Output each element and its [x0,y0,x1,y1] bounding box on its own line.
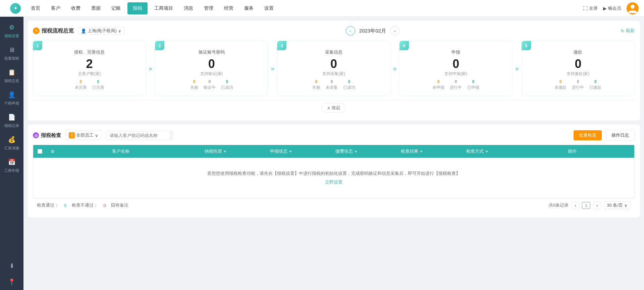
check-title-icon: ◎ [33,132,39,138]
location-selector[interactable]: 👤 上海(电子税局) ∨ [78,27,124,35]
nav-message[interactable]: 消息 [178,0,199,17]
arrow-1: » [149,65,152,72]
pass-value[interactable]: 0 [64,203,66,208]
fail-value[interactable]: 0 [103,203,106,208]
nav-tax[interactable]: 报税 [127,2,148,14]
refresh-button[interactable]: ↻ 刷新 [621,28,635,34]
stat-uncollected-3: 0 未采集 [326,79,338,90]
personal-tax-icon: 👤 [7,90,16,99]
overview-title: + 报税流程总览 [33,27,74,34]
check-header: ◎ 报税检查 员 全部员工 ∨ 🔍 批量检查 操作日志 [33,130,635,141]
stat-declared-4: 0 已申报 [467,79,479,90]
filter-icon-2[interactable]: ▼ [289,150,292,153]
stat-paid-5: 0 已缴款 [589,79,601,90]
table-empty-state: 若您想使用报税检查功能，请先在【报税设置】中进行报税的初始化设置，完成密码验证和… [33,158,634,198]
step-title-2: 验证账号密码 [161,49,262,55]
step-card-1: 1 授权、完善信息 2 总客户数(家) 2 未完善 0 已完善 [33,41,146,96]
steps-row: 1 授权、完善信息 2 总客户数(家) 2 未完善 0 已完善 [33,41,635,96]
download-icon: ⬇ [7,261,16,271]
nav-business[interactable]: 工商项目 [149,0,178,17]
filter-icon-1[interactable]: ▼ [223,150,227,153]
nav-service[interactable]: 服务 [239,0,259,17]
app-logo: ✦ [5,3,25,14]
refresh-icon: ↻ [621,28,625,33]
nav-client[interactable]: 客户 [46,0,66,17]
stat-complete: 0 已完善 [92,79,104,90]
th-settings[interactable]: ⚙ [47,145,59,158]
arrow-2: » [271,65,274,72]
setup-link[interactable]: 立即设置 [325,178,342,187]
sidebar-item-tax-records[interactable]: 📄 报税记录 [0,109,23,132]
stat-undeclared-4: 0 未申报 [432,79,444,90]
employee-selector[interactable]: 员 全部员工 ∨ [65,131,102,140]
fail-label: 检查不通过： [72,202,98,208]
next-page-button[interactable]: › [593,201,601,209]
settings-icon: ⚙ [51,149,55,154]
logo-icon: ✦ [10,3,21,14]
vip-button[interactable]: ▶ 畅会员 [603,5,621,11]
filter-icon-5[interactable]: ▼ [485,150,488,153]
sidebar-item-personal-tax[interactable]: 👤 个税申报 [0,87,23,109]
step-card-2: 2 验证账号密码 0 支持验证(家) 0 失败 0 验证中 [155,41,268,96]
nav-invoice[interactable]: 票据 [86,0,106,17]
fullscreen-button[interactable]: ⛶ 全屏 [583,5,598,11]
check-section: ◎ 报税检查 员 全部员工 ∨ 🔍 批量检查 操作日志 [28,125,640,217]
sidebar-item-settlement[interactable]: 💰 汇算清缴 [0,132,23,154]
main-content: + 报税流程总览 👤 上海(电子税局) ∨ ‹ 2023年02月 › ↻ 刷新 [23,17,644,290]
next-month-button[interactable]: › [390,26,399,35]
nav-bookkeeping[interactable]: 记账 [106,0,126,17]
per-page-selector[interactable]: 30 条/页 ∨ [604,201,631,209]
step-subtitle-5: 支持缴款(家) [527,71,629,77]
nav-operation[interactable]: 经营 [219,0,239,17]
batch-check-button[interactable]: 批量检查 [574,130,602,140]
collapse-button[interactable]: ∧ 收起 [321,103,346,113]
arrow-3: » [393,65,397,72]
step-number-2: 2 [155,41,164,50]
location-person-icon: 👤 [81,28,86,33]
check-title: ◎ 报税检查 [33,132,61,139]
nav-fee[interactable]: 收费 [66,0,86,17]
step-subtitle-1: 总客户数(家) [39,71,140,77]
tax-settings-icon: ⚙ [7,23,16,32]
step-title-3: 采集信息 [283,49,384,55]
stat-inprogress-5: 0 进行中 [572,79,584,90]
sidebar-item-tax-settings[interactable]: ⚙ 报税设置 [0,19,23,42]
prev-month-button[interactable]: ‹ [346,26,355,35]
sidebar-item-download[interactable]: ⬇ [0,258,23,274]
chevron-up-icon: ∧ [327,105,330,111]
check-table: ⚙ 客户名称 纳税性质 ▼ 申报状态 ▼ 缴费状态 ▼ [33,145,635,198]
filter-icon-4[interactable]: ▼ [420,150,423,153]
filter-icon-3[interactable]: ▼ [354,150,358,153]
search-button[interactable]: 🔍 [169,131,173,140]
sidebar-item-annual-report[interactable]: 📅 工商年报 [0,154,23,176]
operation-log-button[interactable]: 操作日志 [606,130,635,141]
sidebar-item-tax-overview[interactable]: 📋 报税总览 [0,64,23,87]
prev-page-button[interactable]: ‹ [571,201,579,209]
user-avatar[interactable] [627,2,639,14]
th-checkbox[interactable] [33,145,47,158]
header-checkbox[interactable] [38,149,42,154]
sidebar-item-location[interactable]: 📍 [0,274,23,290]
table-footer: 检查通过： 0 检查不通过： 0 囧有备注 共0条记录 ‹ 1 › 30 条/页… [33,198,635,212]
stat-fail-2: 0 失败 [190,79,198,90]
step-subtitle-3: 支持采集(家) [283,71,384,77]
stat-success-2: 0 已成功 [221,79,233,90]
svg-point-1 [631,5,635,9]
nav-menu: 首页 客户 收费 票据 记账 报税 工商项目 消息 管理 经营 服务 设置 [25,0,583,17]
stat-verifying-2: 0 验证中 [204,79,216,90]
tax-overview-icon: 📋 [7,68,16,77]
nav-manage[interactable]: 管理 [199,0,219,17]
stat-inprogress-4: 0 进行中 [450,79,462,90]
step-count-1: 2 [39,57,140,71]
step-stats-4: 0 未申报 0 进行中 0 已申报 [405,79,507,90]
step-number-5: 5 [522,41,531,50]
sidebar-item-batch-tax[interactable]: 🖥 批量报税 [0,42,23,64]
collapse-bar: ∧ 收起 [33,100,635,115]
nav-settings[interactable]: 设置 [259,0,279,17]
step-subtitle-4: 支持申报(家) [405,71,507,77]
search-input[interactable] [106,131,169,140]
employee-icon: 员 [69,132,75,138]
nav-home[interactable]: 首页 [25,0,46,17]
th-declare-status: 申报状态 ▼ [248,145,314,158]
step-title-4: 申报 [405,49,507,55]
